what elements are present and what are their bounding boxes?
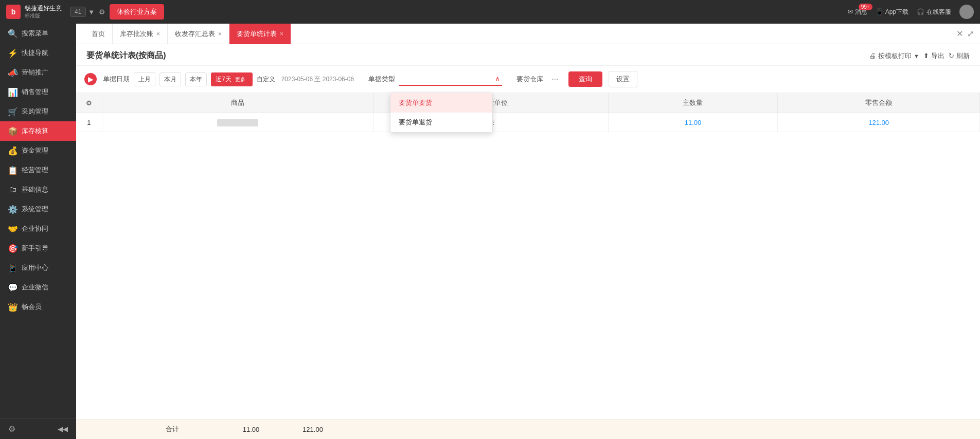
date-btn-recent7[interactable]: 近7天更多 [211,72,253,86]
sidebar-item-sales[interactable]: 📊 销售管理 [0,82,76,102]
table-row: 1 块 11.00 121.00 [76,113,980,132]
sidebar-item-operations[interactable]: 📋 经营管理 [0,160,76,180]
sidebar-item-system[interactable]: ⚙️ 系统管理 [0,199,76,219]
online-service-item[interactable]: 🎧 在线客服 [917,8,951,16]
basic-info-icon: 🗂 [8,185,17,194]
app-name: 畅捷通好生意 [25,5,62,13]
table-body: 1 块 11.00 121.00 [76,113,980,132]
refresh-button[interactable]: ↻ 刷新 [949,51,970,61]
sidebar-collapse-icon[interactable]: ◀◀ [58,425,68,433]
date-filter-group: 单据日期 上月 本月 本年 近7天更多 自定义 [103,72,275,86]
operations-icon: 📋 [8,166,17,175]
warehouse-more-btn[interactable]: ··· [551,75,558,84]
tab-inventory-batch-close[interactable]: × [156,30,160,38]
finance-icon: 💰 [8,146,17,155]
top-bar: b 畅捷通好生意 标准版 41 ▼ ⚙ 体验行业方案 ✉ 消息 99+ 📱 Ap… [0,0,980,24]
tab-close-all-button[interactable]: ✕ [956,29,963,39]
online-service-label: 在线客服 [926,8,951,16]
message-item[interactable]: ✉ 消息 99+ [848,8,867,16]
trial-button[interactable]: 体验行业方案 [110,4,164,20]
type-select-arrow[interactable]: ∧ [493,75,502,83]
sidebar-label-operations: 经营管理 [22,166,48,175]
content-area: 首页 库存批次账 × 收发存汇总表 × 要货单统计表 × ✕ ⤢ [76,24,980,439]
sidebar-item-app-center[interactable]: 📱 应用中心 [0,258,76,278]
footer-values: 11.00 121.00 [179,426,344,433]
refresh-label: 刷新 [956,51,970,61]
page-header: 要货单统计表(按商品) 🖨 按模板打印 ▼ ⬆ 导出 ↻ [76,44,980,66]
dropdown-item-order-return[interactable]: 要货单退货 [390,113,492,132]
query-button[interactable]: 查询 [568,71,602,87]
app-version: 标准版 [25,12,62,19]
company-dropdown-arrow[interactable]: ▼ [88,8,95,16]
tab-inventory-batch[interactable]: 库存批次账 × [113,24,168,44]
tab-maximize-button[interactable]: ⤢ [967,29,974,39]
sidebar-item-purchase[interactable]: 🛒 采购管理 [0,102,76,121]
settings-icon[interactable]: ⚙ [99,8,105,16]
date-custom-btn[interactable]: 自定义 [257,75,275,84]
app-download-icon: 📱 [876,8,883,15]
cell-amount[interactable]: 121.00 [778,113,980,132]
sidebar-item-enterprise[interactable]: 🤝 企业协同 [0,219,76,239]
sidebar-label-search: 搜索菜单 [22,29,48,38]
cell-product [102,113,373,132]
print-label: 按模板打印 [878,51,912,61]
sidebar-label-purchase: 采购管理 [22,107,48,116]
warehouse-filter-label: 要货仓库 [516,75,543,84]
tab-receive-summary-close[interactable]: × [218,30,222,38]
type-select-input[interactable] [399,73,493,85]
type-select-wrapper[interactable]: ∧ [399,73,502,86]
system-icon: ⚙️ [8,205,17,214]
sidebar-item-member[interactable]: 👑 畅会员 [0,297,76,317]
app-download-item[interactable]: 📱 App下载 [876,8,908,16]
footer-label: 合计 [166,425,179,434]
print-icon: 🖨 [869,52,876,60]
date-range: 2023-05-06 至 2023-06-06 [281,75,354,84]
table-header-row: ⚙ 商品 主计量单位 主数量 零售金额 [76,93,980,113]
more-badge: 更多 [233,76,248,83]
date-btn-this-month[interactable]: 本月 [159,72,181,86]
sidebar-item-shortcut[interactable]: ⚡ 快捷导航 [0,43,76,63]
date-btn-last-month[interactable]: 上月 [134,72,155,86]
avatar[interactable] [959,5,974,19]
print-button[interactable]: 🖨 按模板打印 ▼ [869,51,919,61]
tab-extra: ✕ ⤢ [956,29,980,39]
sidebar-label-basic-info: 基础信息 [22,185,48,194]
sidebar-item-basic-info[interactable]: 🗂 基础信息 [0,180,76,199]
online-service-icon: 🎧 [917,8,924,15]
sidebar-item-enterprise-wechat[interactable]: 💬 企业微信 [0,278,76,297]
marketing-icon: 📣 [8,68,17,77]
sidebar-item-inventory[interactable]: 📦 库存核算 [0,121,76,141]
date-btn-this-year[interactable]: 本年 [185,72,207,86]
filter-expand-button[interactable]: ▶ [84,73,97,85]
sidebar-item-finance[interactable]: 💰 资金管理 [0,141,76,160]
tab-order-stats-label: 要货单统计表 [237,29,277,39]
tab-order-stats-close[interactable]: × [280,30,283,38]
inventory-icon: 📦 [8,126,17,136]
cell-quantity[interactable]: 11.00 [608,113,778,132]
tab-bar: 首页 库存批次账 × 收发存汇总表 × 要货单统计表 × ✕ ⤢ [76,24,980,44]
company-id[interactable]: 41 [70,7,86,17]
table-footer: 合计 11.00 121.00 [76,419,980,439]
sales-icon: 📊 [8,87,17,97]
sidebar-label-sales: 销售管理 [22,87,48,97]
tab-order-stats[interactable]: 要货单统计表 × [229,24,291,44]
sidebar-item-marketing[interactable]: 📣 营销推广 [0,63,76,82]
top-bar-right: ✉ 消息 99+ 📱 App下载 🎧 在线客服 [848,5,974,19]
tab-receive-summary[interactable]: 收发存汇总表 × [168,24,229,44]
sidebar-label-enterprise-wechat: 企业微信 [22,283,48,292]
dropdown-item-order-goods[interactable]: 要货单要货 [390,93,492,113]
sidebar-settings-icon[interactable]: ⚙ [8,424,15,434]
message-icon: ✉ [848,8,853,15]
sidebar-item-guide[interactable]: 🎯 新手引导 [0,239,76,258]
th-settings[interactable]: ⚙ [76,93,102,113]
export-button[interactable]: ⬆ 导出 [923,51,945,61]
sidebar-item-search[interactable]: 🔍 搜索菜单 [0,24,76,43]
th-amount: 零售金额 [778,93,980,113]
tab-home[interactable]: 首页 [84,24,113,44]
logo-icon: b [6,5,21,19]
sidebar-label-system: 系统管理 [22,205,48,214]
refresh-icon: ↻ [949,52,954,60]
th-product: 商品 [102,93,373,113]
filter-settings-button[interactable]: 设置 [609,71,637,87]
cell-num: 1 [76,113,102,132]
